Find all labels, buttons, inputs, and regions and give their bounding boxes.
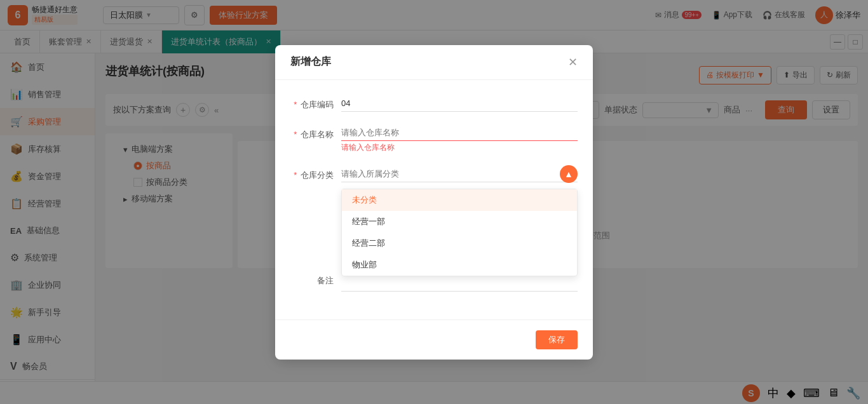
dropdown-option-dept1[interactable]: 经营一部 <box>342 211 577 232</box>
dropdown-option-dept3[interactable]: 物业部 <box>342 254 577 276</box>
name-error-message: 请输入仓库名称 <box>341 142 395 153</box>
code-label: * 仓库编码 <box>290 95 341 111</box>
required-star: * <box>294 100 297 109</box>
save-button[interactable]: 保存 <box>536 330 578 349</box>
dropdown-option-uncategorized[interactable]: 未分类 <box>342 189 577 211</box>
category-input[interactable] <box>341 166 578 182</box>
category-input-wrapper: ▲ <box>341 166 578 182</box>
required-star-cat: * <box>294 170 297 180</box>
add-warehouse-modal: 新增仓库 ✕ * 仓库编码 * 仓库名称 <box>275 45 593 360</box>
form-row-category: * 仓库分类 ▲ 未分类 经营一部 经营二部 物业部 <box>290 166 578 182</box>
modal-overlay: 新增仓库 ✕ * 仓库编码 * 仓库名称 <box>0 0 868 404</box>
modal-close-button[interactable]: ✕ <box>568 55 578 69</box>
form-row-name: * 仓库名称 请输入仓库名称 <box>290 125 578 153</box>
modal-header: 新增仓库 ✕ <box>275 45 593 80</box>
category-label: * 仓库分类 <box>290 166 341 181</box>
warehouse-name-input[interactable] <box>341 125 578 141</box>
modal-footer: 保存 <box>275 320 593 360</box>
category-dropdown-toggle[interactable]: ▲ <box>560 165 578 183</box>
category-dropdown-list: 未分类 经营一部 经营二部 物业部 <box>341 189 578 276</box>
form-row-code: * 仓库编码 <box>290 95 578 112</box>
chevron-up-icon: ▲ <box>564 169 573 179</box>
modal-title: 新增仓库 <box>290 55 331 69</box>
remark-label: 备注 <box>290 271 341 286</box>
warehouse-code-input[interactable] <box>341 95 578 112</box>
modal-body: * 仓库编码 * 仓库名称 请输入仓库名称 * <box>275 80 593 320</box>
dropdown-option-dept2[interactable]: 经营二部 <box>342 232 577 254</box>
name-label: * 仓库名称 <box>290 125 341 140</box>
required-star-name: * <box>294 130 297 139</box>
